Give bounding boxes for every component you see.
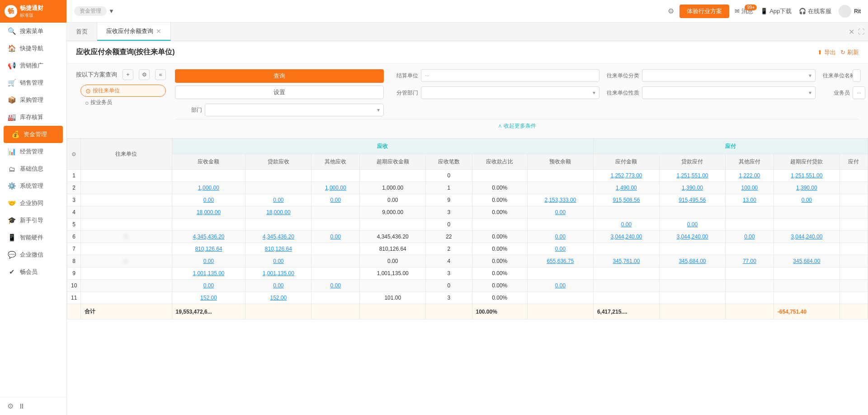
sidebar-item-marketing[interactable]: 📢 营销推广 (0, 57, 66, 74)
ap-overdue-cell[interactable]: 345,684.00 (774, 255, 840, 267)
ar-loan-cell[interactable]: 18,000.00 (245, 206, 311, 219)
ap-amount-cell[interactable]: 0.00 (593, 219, 659, 231)
user-menu[interactable]: Rit (839, 5, 861, 18)
settings-button[interactable]: 设置 (175, 86, 384, 99)
query-button[interactable]: 查询 (175, 69, 384, 83)
ar-prepaid-cell[interactable]: 0.00 (527, 280, 593, 292)
ap-loan-cell[interactable]: 345,684.00 (659, 255, 725, 267)
solution-button[interactable]: 体验行业方案 (679, 5, 729, 18)
sidebar-item-operations[interactable]: 📊 经营管理 (0, 143, 66, 160)
partner-name-input[interactable] (853, 69, 861, 82)
ar-prepaid-cell[interactable]: 655,636.75 (527, 255, 593, 267)
salesperson-input[interactable]: ··· (853, 86, 865, 99)
ar-amount-cell[interactable]: 810,126.64 (172, 243, 245, 255)
ap-overdue-cell[interactable]: 1,251,551.00 (774, 170, 840, 182)
message-button[interactable]: ✉ 消息 99+ (735, 7, 753, 15)
dept-input[interactable]: ▾ (205, 104, 384, 116)
sidebar-item-finance[interactable]: 💰 资金管理 (4, 126, 63, 143)
scheme-collapse-button[interactable]: « (155, 69, 166, 80)
ap-other-cell[interactable]: 1,222.00 (725, 170, 774, 182)
ap-loan-cell[interactable]: 1,251,551.00 (659, 170, 725, 182)
ar-other-cell (311, 292, 360, 304)
sidebar-item-base[interactable]: 🗂 基础信息 (0, 160, 66, 177)
scheme-settings-button[interactable]: ⚙ (139, 69, 150, 80)
ar-prepaid-cell[interactable]: 0.00 (527, 243, 593, 255)
tab-query[interactable]: 应收应付余额查询 ✕ (97, 23, 171, 41)
tab-close-icon[interactable]: ✕ (156, 28, 161, 35)
col-ar-other: 其他应收 (311, 154, 360, 170)
ar-amount-cell[interactable]: 0.00 (172, 255, 245, 267)
ap-loan-cell[interactable]: 3,044,240.00 (659, 231, 725, 243)
ap-overdue-cell[interactable]: 0.00 (774, 194, 840, 206)
ar-prepaid-cell[interactable]: 2,153,333.00 (527, 194, 593, 206)
ap-amount-cell[interactable]: 345,761.00 (593, 255, 659, 267)
ar-prepaid-cell[interactable]: 0.00 (527, 206, 593, 219)
ap-loan-cell[interactable]: 915,495.56 (659, 194, 725, 206)
sidebar-item-inventory[interactable]: 🏭 库存核算 (0, 109, 66, 126)
scheme-by-salesperson[interactable]: ○ 按业务员 (80, 97, 166, 108)
pause-bottom-icon[interactable]: ⏸ (18, 402, 25, 410)
ar-amount-cell[interactable]: 0.00 (172, 194, 245, 206)
ar-other-cell[interactable]: 0.00 (311, 231, 360, 243)
sidebar-item-wechat[interactable]: 💬 企业微信 (0, 246, 66, 263)
service-button[interactable]: 🎧 在线客服 (799, 7, 831, 15)
ap-other-cell[interactable]: 13.00 (725, 194, 774, 206)
ar-prepaid-cell[interactable]: 0.00 (527, 231, 593, 243)
ap-amount-cell[interactable]: 1,490.00 (593, 182, 659, 194)
sidebar-item-guide[interactable]: 🎓 新手引导 (0, 212, 66, 229)
ar-loan-cell[interactable]: 4,345,436.20 (245, 231, 311, 243)
ar-loan-cell[interactable]: 152.00 (245, 292, 311, 304)
ar-amount-cell[interactable]: 1,001,135.00 (172, 267, 245, 280)
ar-amount-cell[interactable]: 4,345,436.20 (172, 231, 245, 243)
tab-home[interactable]: 首页 (67, 23, 97, 41)
sidebar-item-search-menu[interactable]: 🔍 搜索菜单 (0, 23, 66, 40)
partner-category-input[interactable]: ▾ (642, 69, 816, 82)
partner-nature-input[interactable]: ▾ (642, 86, 816, 99)
ar-other-cell[interactable]: 1,000.00 (311, 182, 360, 194)
refresh-button[interactable]: ↻ 刷新 (840, 48, 859, 57)
sidebar-item-quick-nav[interactable]: 🏠 快捷导航 (0, 40, 66, 57)
sidebar-item-smart[interactable]: 📱 智能硬件 (0, 229, 66, 246)
sidebar-item-corp[interactable]: 🤝 企业协同 (0, 195, 66, 212)
ar-loan-cell[interactable]: 810,126.64 (245, 243, 311, 255)
ap-loan-cell[interactable]: 0.00 (659, 219, 725, 231)
ap-overdue-cell[interactable]: 1,390.00 (774, 182, 840, 194)
sidebar-item-member[interactable]: ✔ 畅会员 (0, 263, 66, 281)
dept-in-charge-input[interactable]: ▾ (421, 86, 600, 99)
ar-amount-cell[interactable]: 18,000.00 (172, 206, 245, 219)
tab-expand-icon[interactable]: ⛶ (858, 28, 864, 35)
app-download-button[interactable]: 📱 App下载 (760, 7, 792, 15)
ar-amount-cell[interactable]: 0.00 (172, 280, 245, 292)
ar-other-cell[interactable]: 0.00 (311, 194, 360, 206)
ap-other-cell[interactable]: 77.00 (725, 255, 774, 267)
ar-loan-cell[interactable]: 1,001,135.00 (245, 267, 311, 280)
ar-amount-cell[interactable]: 152.00 (172, 292, 245, 304)
scheme-by-partner[interactable]: ⊙ 按往来单位 (80, 85, 166, 97)
sidebar-item-system[interactable]: ⚙️ 系统管理 (0, 177, 66, 195)
ar-other-cell[interactable]: 0.00 (311, 280, 360, 292)
ar-loan-cell[interactable]: 0.00 (245, 194, 311, 206)
ap-overdue-cell[interactable]: 3,044,240.00 (774, 231, 840, 243)
ap-other-cell[interactable]: 0.00 (725, 231, 774, 243)
tab-close-window-icon[interactable]: ✕ (849, 28, 854, 36)
sidebar-item-sales[interactable]: 🛒 销售管理 (0, 74, 66, 91)
ap-amount-cell[interactable]: 3,044,240.00 (593, 231, 659, 243)
settlement-unit-input[interactable]: ··· (421, 69, 600, 82)
ar-loan-cell[interactable]: 0.00 (245, 255, 311, 267)
scheme-add-button[interactable]: + (123, 69, 133, 80)
ap-other-cell[interactable]: 100.00 (725, 182, 774, 194)
footer-ar-total[interactable]: 19,553,472,6... (172, 304, 245, 320)
gear-icon[interactable]: ⚙ (668, 7, 674, 15)
page-content: 应收应付余额查询(按往来单位) ⬆ 导出 ↻ 刷新 按以下方案查询 + (67, 41, 868, 415)
ar-amount-cell[interactable]: 1,000.00 (172, 182, 245, 194)
collapse-bar[interactable]: ∧ 收起更多条件 (175, 119, 859, 133)
ar-loan-cell[interactable]: 0.00 (245, 280, 311, 292)
settings-bottom-icon[interactable]: ⚙ (7, 402, 14, 410)
ap-amount-cell[interactable]: 1,252,773.00 (593, 170, 659, 182)
ap-amount-cell[interactable]: 915,508.56 (593, 194, 659, 206)
footer-ap-total[interactable]: 6,417,215.... (593, 304, 659, 320)
ap-loan-cell[interactable]: 1,390.00 (659, 182, 725, 194)
table-settings-icon[interactable]: ⚙ (71, 151, 76, 157)
export-button[interactable]: ⬆ 导出 (817, 48, 836, 57)
sidebar-item-purchase[interactable]: 📦 采购管理 (0, 91, 66, 109)
